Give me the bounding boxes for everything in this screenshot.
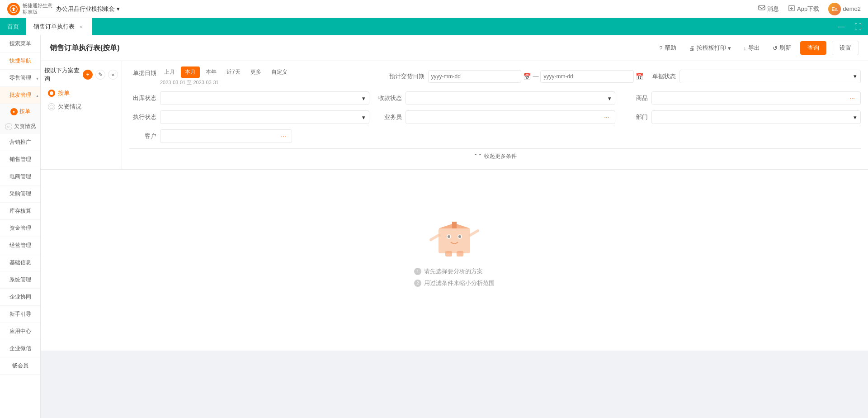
svg-rect-15 xyxy=(457,251,463,256)
filter-nav-press[interactable]: 按单 xyxy=(44,86,118,100)
date-7days[interactable]: 近7天 xyxy=(222,66,245,78)
sidebar-sub-press-list[interactable]: ● 按单 xyxy=(0,104,40,119)
logo-icon xyxy=(7,3,20,15)
ship-status-field: 出库状态 ▾ xyxy=(129,91,369,105)
filter-left-header: 按以下方案查询 + ✎ « xyxy=(44,66,118,83)
sidebar-item-sales-mgr[interactable]: 销售管理 xyxy=(0,151,40,168)
sidebar: 搜索菜单 快捷导航 零售管理 ▾ 批发管理 ▴ ● 按单 ○ 欠资情况 营销推广… xyxy=(0,35,41,418)
export-button[interactable]: ↓ 导出 xyxy=(740,42,764,54)
sidebar-item-members[interactable]: 畅会员 xyxy=(0,357,40,375)
page-title: 销售订单执行表(按单) xyxy=(50,43,120,53)
empty-hints: 1 请先选择要分析的方案 2 用过滤条件来缩小分析范围 xyxy=(414,267,495,287)
sidebar-item-enterprise[interactable]: 企业协同 xyxy=(0,289,40,306)
logo-text: 畅捷通好生意 标准版 xyxy=(23,3,52,14)
payment-status-field: 收款状态 ▾ xyxy=(375,91,615,105)
calendar-icon-from[interactable]: 📅 xyxy=(523,73,531,80)
doc-status-select[interactable]: ▾ xyxy=(679,70,861,83)
sidebar-item-purchase[interactable]: 采购管理 xyxy=(0,185,40,203)
chevron-up-icon: ▴ xyxy=(36,93,38,98)
sidebar-item-corp-wechat[interactable]: 企业微信 xyxy=(0,340,40,357)
product-input-area[interactable]: ··· xyxy=(651,91,861,105)
sidebar-item-marketing[interactable]: 营销推广 xyxy=(0,134,40,151)
filter-panel: 按以下方案查询 + ✎ « 按单 欠资情况 xyxy=(41,61,868,170)
salesperson-input-area[interactable]: ··· xyxy=(406,110,615,124)
filter-nav-arrears[interactable]: 欠资情况 xyxy=(44,100,118,114)
sidebar-item-finance[interactable]: 资金管理 xyxy=(0,220,40,237)
svg-point-5 xyxy=(50,105,53,109)
app-selector[interactable]: 办公用品行业模拟账套 ▾ xyxy=(56,5,120,13)
settings-button[interactable]: 设置 xyxy=(832,41,859,55)
help-button[interactable]: ? 帮助 xyxy=(656,42,679,54)
sidebar-item-newbie[interactable]: 新手引导 xyxy=(0,306,40,323)
salesperson-field: 业务员 ··· xyxy=(375,110,615,124)
active-dot: ● xyxy=(10,108,18,115)
download-icon xyxy=(788,5,795,13)
print-button[interactable]: 🖨 按模板打印 ▾ xyxy=(685,42,735,54)
sidebar-item-inventory[interactable]: 库存核算 xyxy=(0,203,40,220)
tab-close-icon[interactable]: × xyxy=(77,23,85,30)
date-buttons: 上月 本月 本年 近7天 更多 自定义 xyxy=(160,66,384,78)
date-range-display: 2023-03-01 至 2023-03-31 xyxy=(160,79,384,86)
ship-status-select[interactable]: ▾ xyxy=(160,91,369,105)
payment-status-select[interactable]: ▾ xyxy=(406,91,615,105)
empty-hint-1: 1 请先选择要分析的方案 xyxy=(414,267,495,276)
product-field: 商品 ··· xyxy=(621,91,861,105)
main-content: 销售订单执行表(按单) ? 帮助 🖨 按模板打印 ▾ ↓ 导出 ↺ 刷新 查询 … xyxy=(41,35,868,418)
dept-select[interactable]: ▾ xyxy=(651,110,861,124)
app-download-action[interactable]: App下载 xyxy=(788,5,819,13)
exec-status-select[interactable]: ▾ xyxy=(160,110,369,124)
sidebar-search[interactable]: 搜索菜单 xyxy=(0,35,40,52)
collapse-left-button[interactable]: « xyxy=(108,70,118,80)
maximize-icon[interactable]: ⛶ xyxy=(852,20,864,33)
customer-field: 客户 ··· xyxy=(129,129,292,143)
sidebar-item-appstore[interactable]: 应用中心 xyxy=(0,323,40,340)
add-scheme-button[interactable]: + xyxy=(83,70,93,80)
sidebar-quick-nav[interactable]: 快捷导航 xyxy=(0,52,40,70)
date-custom[interactable]: 自定义 xyxy=(267,66,292,78)
exec-status-field: 执行状态 ▾ xyxy=(129,110,369,124)
product-more-icon[interactable]: ··· xyxy=(848,95,857,102)
date-more[interactable]: 更多 xyxy=(246,66,265,78)
page-header: 销售订单执行表(按单) ? 帮助 🖨 按模板打印 ▾ ↓ 导出 ↺ 刷新 查询 … xyxy=(41,35,868,61)
calendar-icon-to[interactable]: 📅 xyxy=(636,73,643,80)
query-button[interactable]: 查询 xyxy=(800,41,826,55)
edit-scheme-button[interactable]: ✎ xyxy=(95,70,105,80)
dept-field: 部门 ▾ xyxy=(621,110,861,124)
top-header: 畅捷通好生意 标准版 办公用品行业模拟账套 ▾ 消息 xyxy=(0,0,868,18)
sidebar-item-retail[interactable]: 零售管理 ▾ xyxy=(0,70,40,87)
date-this-year[interactable]: 本年 xyxy=(202,66,221,78)
svg-line-12 xyxy=(431,235,439,240)
customer-more-icon[interactable]: ··· xyxy=(279,133,288,140)
tab-home[interactable]: 首页 xyxy=(0,18,26,35)
empty-state: 1 请先选择要分析的方案 2 用过滤条件来缩小分析范围 xyxy=(41,170,868,323)
sidebar-item-basic[interactable]: 基础信息 xyxy=(0,254,40,271)
customer-input-area[interactable]: ··· xyxy=(160,129,292,143)
user-profile[interactable]: Ea demo2 xyxy=(828,3,861,15)
sidebar-item-ecommerce[interactable]: 电商管理 xyxy=(0,168,40,185)
sidebar-sub-arrears[interactable]: ○ 欠资情况 xyxy=(0,119,40,134)
tab-bar: 首页 销售订单执行表 × — ⛶ xyxy=(0,18,868,35)
date-last-month[interactable]: 上月 xyxy=(160,66,179,78)
expected-date-from[interactable] xyxy=(428,70,522,83)
expected-date-field: 预计交货日期 📅 — 📅 xyxy=(389,70,644,83)
nav-active-dot xyxy=(48,90,55,97)
header-left: 畅捷通好生意 标准版 办公用品行业模拟账套 ▾ xyxy=(7,3,120,15)
collapse-btn[interactable]: ⌃⌃ 收起更多条件 xyxy=(129,148,861,164)
sidebar-item-system[interactable]: 系统管理 xyxy=(0,271,40,289)
tab-bar-right: — ⛶ xyxy=(835,20,868,33)
minimize-icon[interactable]: — xyxy=(835,20,848,33)
print-icon: 🖨 xyxy=(689,45,695,52)
sidebar-item-operation[interactable]: 经营管理 xyxy=(0,237,40,254)
refresh-icon: ↺ xyxy=(773,45,778,52)
sidebar-item-wholesale[interactable]: 批发管理 ▴ xyxy=(0,87,40,104)
expected-date-to[interactable] xyxy=(540,70,634,83)
message-action[interactable]: 消息 xyxy=(758,5,779,13)
salesperson-more-icon[interactable]: ··· xyxy=(602,114,611,121)
chevron-down-icon: ▾ xyxy=(117,5,120,12)
refresh-button[interactable]: ↺ 刷新 xyxy=(769,42,795,54)
filter-row-2: 出库状态 ▾ 收款状态 ▾ 商品 ··· xyxy=(129,91,861,105)
svg-line-13 xyxy=(470,231,478,235)
tab-sales-exec[interactable]: 销售订单执行表 × xyxy=(26,18,92,35)
nav-inactive-dot xyxy=(48,103,55,110)
date-this-month[interactable]: 本月 xyxy=(181,66,200,78)
